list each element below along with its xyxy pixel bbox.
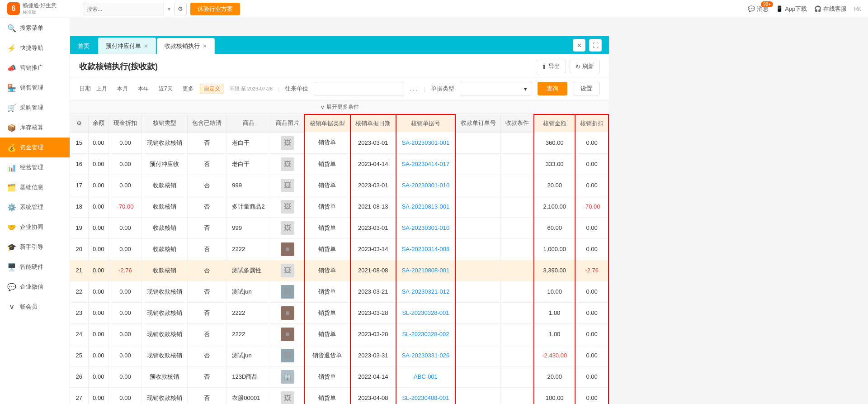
cell-bill-no[interactable]: SA-20210813-001: [396, 196, 455, 217]
logo-text: 畅捷通·好生意: [23, 2, 57, 9]
cell-verify-type: 收款核销: [142, 238, 188, 260]
cell-bill-no[interactable]: SA-20230331-026: [396, 345, 455, 366]
table-row: 21 0.00 -2.76 收款核销 否 测试多属性 🖼 销货单 2021-08…: [70, 260, 609, 281]
bill-no-link[interactable]: SL-20230408-001: [402, 394, 449, 401]
cell-verify-amount: 3,390.00: [534, 260, 575, 281]
cell-bill-no[interactable]: SA-20230314-008: [396, 238, 455, 260]
sidebar-item-basic[interactable]: 🗂️ 基础信息: [0, 177, 70, 197]
cell-bill-no[interactable]: SL-20230328-002: [396, 323, 455, 345]
logo-badge: 标准版: [23, 9, 57, 15]
industry-solution-button[interactable]: 休验行业方案: [190, 3, 240, 15]
sidebar-item-business[interactable]: 📊 经营管理: [0, 157, 70, 177]
cell-verify-amount: -2,430.00: [534, 345, 575, 366]
sidebar-item-hardware[interactable]: 🖥️ 智能硬件: [0, 257, 70, 277]
app-download-link[interactable]: 📱 App下载: [776, 5, 807, 13]
export-button[interactable]: ⬆ 导出: [536, 60, 566, 73]
sidebar-item-search[interactable]: 🔍 搜索菜单: [0, 18, 70, 38]
cell-include-settled: 否: [187, 238, 226, 260]
bill-no-link[interactable]: SA-20230414-017: [402, 161, 450, 167]
table-row: 25 0.00 0.00 现销收款核销 否 测试jun 🖼 销货退货单 2023…: [70, 345, 609, 366]
bill-no-link[interactable]: SA-20230321-012: [402, 288, 450, 295]
cell-verify-amount: 1.00: [534, 323, 575, 345]
bill-no-link[interactable]: SA-20210813-001: [402, 203, 450, 210]
cell-include-settled: 否: [187, 196, 226, 217]
tab-prepaid[interactable]: 预付冲应付单 ✕: [98, 38, 156, 54]
cell-bill-no[interactable]: SA-20230301-010: [396, 217, 455, 238]
refresh-button[interactable]: ↻ 刷新: [570, 60, 600, 73]
cell-cash-discount: 0.00: [109, 387, 142, 404]
sidebar-item-sales[interactable]: 🏪 销售管理: [0, 78, 70, 98]
cell-bill-no[interactable]: SL-20230408-001: [396, 387, 455, 404]
cell-bill-no[interactable]: SA-20230414-017: [396, 153, 455, 175]
cell-receipt-condition: [501, 345, 534, 366]
date-btn-last-month[interactable]: 上月: [93, 84, 111, 94]
filter-settings-button[interactable]: 设置: [573, 82, 600, 95]
cell-goods: 老白干: [226, 153, 271, 175]
marketing-icon: 📣: [7, 63, 16, 72]
date-btn-this-year[interactable]: 本年: [134, 84, 152, 94]
sidebar-item-finance[interactable]: 💰 资金管理: [0, 138, 70, 157]
cell-bill-no[interactable]: SA-20210808-001: [396, 260, 455, 281]
cell-bill-no[interactable]: SA-20230301-010: [396, 175, 455, 196]
date-btn-this-month[interactable]: 本月: [113, 84, 132, 94]
expand-conditions-button[interactable]: ∨ 展开更多条件: [321, 103, 359, 111]
cell-verify-discount: 0.00: [575, 345, 609, 366]
bill-type-select[interactable]: ▾: [460, 82, 532, 95]
tab-receivable[interactable]: 收款核销执行 ✕: [157, 38, 215, 54]
col-settings-header[interactable]: ⚙: [70, 114, 88, 132]
notification-button[interactable]: 💬 消息 99+: [748, 5, 769, 13]
tab-close-receivable[interactable]: ✕: [203, 43, 207, 49]
newbie-icon: 🎓: [7, 242, 16, 252]
cell-verify-discount: -70.00: [575, 196, 609, 217]
bill-no-link[interactable]: SL-20230328-001: [402, 309, 449, 316]
date-btn-more[interactable]: 更多: [179, 84, 197, 94]
cell-bill-no[interactable]: ABC-001: [396, 366, 455, 387]
col-verify-amount-header: 核销金额: [534, 114, 575, 132]
bill-no-link[interactable]: SA-20210808-001: [402, 267, 450, 274]
date-btn-7days[interactable]: 近7天: [155, 84, 176, 94]
date-btn-custom[interactable]: 自定义: [200, 84, 224, 94]
online-service-link[interactable]: 🎧 在线客服: [814, 5, 847, 13]
tab-close-button[interactable]: ✕: [573, 39, 585, 52]
filter-bar: 日期 上月 本月 本年 近7天 更多 自定义 不限 至 2023-07-26 |…: [70, 77, 609, 100]
bill-no-link[interactable]: ABC-001: [414, 373, 438, 380]
tab-expand-button[interactable]: ⛶: [589, 39, 602, 52]
sidebar-item-member[interactable]: V 畅会员: [0, 297, 70, 317]
sidebar-item-marketing[interactable]: 📣 营销推广: [0, 58, 70, 78]
cell-bill-date: 2021-08-13: [350, 196, 396, 217]
bill-no-link[interactable]: SA-20230301-010: [402, 224, 450, 231]
cell-goods-image: 🖼: [271, 175, 304, 196]
cell-bill-no[interactable]: SL-20230328-001: [396, 302, 455, 323]
page-header: 收款核销执行(按收款) ⬆ 导出 ↻ 刷新: [70, 54, 609, 77]
sidebar-item-system[interactable]: ⚙️ 系统管理: [0, 197, 70, 217]
table-row: 18 0.00 -70.00 收款核销 否 多计量商品2 🖼 销货单 2021-…: [70, 196, 609, 217]
bill-no-link[interactable]: SA-20230331-026: [402, 352, 450, 359]
filter-dates: 上月 本月 本年 近7天 更多 自定义: [93, 84, 224, 94]
sidebar-item-newbie[interactable]: 🎓 新手引导: [0, 237, 70, 257]
filter-dots: ...: [410, 85, 418, 93]
cell-bill-no[interactable]: SA-20230321-012: [396, 281, 455, 302]
cell-balance: 0.00: [88, 153, 109, 175]
cell-bill-type: 销货单: [304, 175, 350, 196]
bill-no-link[interactable]: SL-20230328-002: [402, 331, 449, 337]
settings-button[interactable]: ⚙: [174, 3, 187, 15]
query-button[interactable]: 查询: [538, 82, 567, 95]
sidebar-item-wechat[interactable]: 💬 企业微信: [0, 277, 70, 297]
tab-home[interactable]: 首页: [70, 38, 97, 54]
sidebar-item-purchase[interactable]: 🛒 采购管理: [0, 98, 70, 118]
bill-no-link[interactable]: SA-20230314-008: [402, 246, 450, 252]
bill-no-link[interactable]: SA-20230301-001: [402, 139, 450, 146]
cell-bill-date: 2023-03-01: [350, 217, 396, 238]
partner-input[interactable]: [314, 82, 404, 95]
sidebar-item-enterprise[interactable]: 🤝 企业协同: [0, 217, 70, 237]
search-input[interactable]: [83, 3, 164, 15]
cell-bill-no[interactable]: SA-20230301-001: [396, 132, 455, 153]
sidebar-item-shortcut[interactable]: ⚡ 快捷导航: [0, 38, 70, 58]
cell-include-settled: 否: [187, 175, 226, 196]
sidebar-item-inventory[interactable]: 📦 库存核算: [0, 118, 70, 138]
cell-receipt-condition: [501, 260, 534, 281]
table-row: 15 0.00 0.00 现销收款核销 否 老白干 🖼 销货单 2023-03-…: [70, 132, 609, 153]
tab-close-prepaid[interactable]: ✕: [144, 43, 148, 49]
bill-no-link[interactable]: SA-20230301-010: [402, 182, 450, 189]
cell-verify-discount: 0.00: [575, 153, 609, 175]
